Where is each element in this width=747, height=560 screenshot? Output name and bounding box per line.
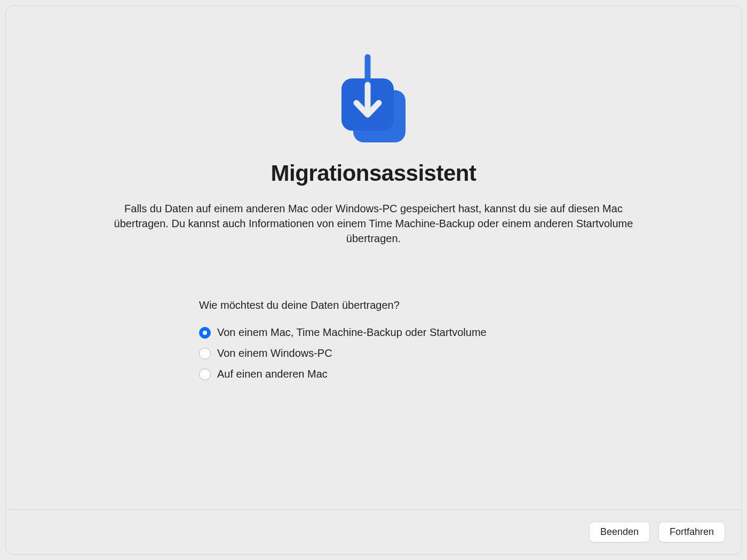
radio-label: Von einem Mac, Time Machine-Backup oder … (217, 326, 487, 339)
radio-label: Auf einen anderen Mac (217, 368, 328, 380)
description-text: Falls du Daten auf einem anderen Mac ode… (104, 201, 643, 246)
radio-option-from-mac[interactable]: Von einem Mac, Time Machine-Backup oder … (199, 326, 530, 339)
transfer-options-section: Wie möchtest du deine Daten übertragen? … (199, 299, 530, 380)
radio-indicator-icon (199, 327, 211, 339)
migration-assistant-window: Migrationsassistent Falls du Daten auf e… (5, 5, 742, 555)
radio-option-to-mac[interactable]: Auf einen anderen Mac (199, 368, 530, 380)
radio-group: Von einem Mac, Time Machine-Backup oder … (199, 326, 530, 380)
radio-indicator-icon (199, 369, 211, 380)
radio-indicator-icon (199, 348, 211, 359)
radio-option-from-windows[interactable]: Von einem Windows-PC (199, 347, 530, 359)
continue-button[interactable]: Fortfahren (658, 522, 725, 542)
quit-button[interactable]: Beenden (589, 522, 650, 542)
migration-icon (331, 54, 416, 150)
transfer-question: Wie möchtest du deine Daten übertragen? (199, 299, 530, 311)
page-title: Migrationsassistent (271, 161, 476, 186)
main-content: Migrationsassistent Falls du Daten auf e… (6, 6, 741, 509)
radio-label: Von einem Windows-PC (217, 347, 332, 359)
footer-toolbar: Beenden Fortfahren (6, 509, 741, 554)
